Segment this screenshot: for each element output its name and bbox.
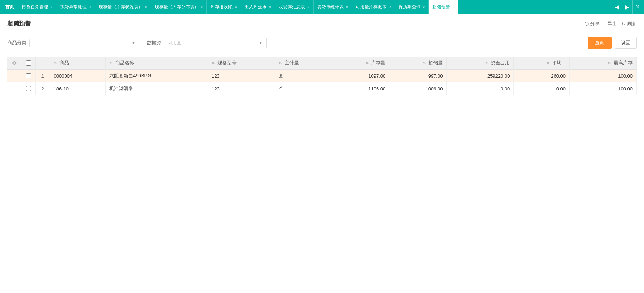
page-header: 超储预警 ⬡ 分享 ↑ 导出 ↻ 刷新 <box>7 20 637 27</box>
row-spec: 123 <box>208 70 275 82</box>
nav-tab-home[interactable]: 首页 <box>1 0 18 14</box>
category-select[interactable]: ▼ <box>29 39 139 47</box>
table-col-max[interactable]: ⇅ 最高库存 <box>570 57 637 70</box>
export-label: 导出 <box>608 21 617 27</box>
sort-icon: ⇅ <box>212 61 215 65</box>
close-icon[interactable]: × <box>201 5 203 9</box>
table-col-stock[interactable]: ⇅ 库存量 <box>332 57 389 70</box>
nav-tab-label: 收发存汇总表 <box>279 4 305 10</box>
close-icon[interactable]: × <box>307 5 310 9</box>
close-icon[interactable]: × <box>423 5 425 9</box>
filter-row: 商品分类 ▼ 数据源 可用量 ▼ 查询 设置 <box>7 33 637 52</box>
col-label: 规格型号 <box>217 60 237 66</box>
nav-tab-stock-status[interactable]: 现存量（库存状况表） × <box>95 0 151 14</box>
close-icon[interactable]: × <box>346 5 348 9</box>
sort-icon: ⇅ <box>109 61 112 65</box>
row-seq: 2 <box>35 82 50 95</box>
table-col-code[interactable]: ⇅ 商品... <box>50 57 106 70</box>
nav-next-button[interactable]: ▶ <box>622 0 632 14</box>
nav-tab-abnormal[interactable]: 拣货异常处理 × <box>56 0 95 14</box>
close-icon[interactable]: × <box>145 5 147 9</box>
nav-tab-in-out-flow[interactable]: 出入库流水 × <box>241 0 275 14</box>
row-over: 997.00 <box>389 70 447 82</box>
nav-tab-recv-send[interactable]: 收发存汇总表 × <box>275 0 314 14</box>
row-unit: 个 <box>275 82 332 95</box>
nav-tab-order-stat[interactable]: 要货单统计表 × <box>314 0 352 14</box>
category-filter: 商品分类 ▼ <box>7 39 139 47</box>
sort-icon: ⇅ <box>546 61 549 65</box>
sort-icon: ⇅ <box>485 61 488 65</box>
gear-icon[interactable]: ⚙ <box>12 60 17 66</box>
close-icon[interactable]: × <box>50 5 52 9</box>
chevron-down-icon: ▼ <box>132 41 135 45</box>
col-label: 资金占用 <box>491 60 510 66</box>
nav-tab-label: 库存批次账 <box>211 4 233 10</box>
sort-icon: ⇅ <box>54 61 57 65</box>
row-code: 186-10... <box>50 82 106 95</box>
table-row[interactable]: 1 0000004 六配套新昌490BPG 123 套 1097.00 997.… <box>7 70 637 82</box>
table-col-seq <box>35 57 50 70</box>
close-icon[interactable]: × <box>89 5 91 9</box>
table-col-capital[interactable]: ⇅ 资金占用 <box>447 57 514 70</box>
refresh-button[interactable]: ↻ 刷新 <box>622 21 637 27</box>
table-col-over[interactable]: ⇅ 超储量 <box>389 57 447 70</box>
page-title: 超储预警 <box>7 20 31 27</box>
row-checkbox[interactable] <box>26 73 31 78</box>
col-label: 库存量 <box>371 60 385 66</box>
nav-close-all-button[interactable]: ✕ <box>632 0 643 14</box>
nav-tab-label: 可用量库存账本 <box>356 4 387 10</box>
close-icon[interactable]: × <box>389 5 391 9</box>
nav-tab-over-stock[interactable]: 超储预警 × <box>429 0 458 14</box>
nav-tab-quality[interactable]: 保质期查询 × <box>395 0 429 14</box>
query-button[interactable]: 查询 <box>588 37 612 49</box>
datasource-select[interactable]: 可用量 ▼ <box>164 38 267 48</box>
nav-tab-stock-batch[interactable]: 库存批次账 × <box>207 0 241 14</box>
table-col-unit[interactable]: ⇅ 主计量 <box>275 57 332 70</box>
row-unit: 套 <box>275 70 332 82</box>
nav-tab-stock-dist[interactable]: 现存量（库存分布表） × <box>151 0 207 14</box>
nav-arrows: ◀ ▶ ✕ <box>612 0 643 14</box>
row-stock: 1097.00 <box>332 70 389 82</box>
row-code: 0000004 <box>50 70 106 82</box>
table-col-name[interactable]: ⇅ 商品名称 <box>106 57 208 70</box>
col-label: 平均... <box>552 60 566 66</box>
nav-tab-label: 拣货异常处理 <box>60 4 87 10</box>
select-all-checkbox[interactable] <box>26 60 31 66</box>
sort-icon: ⇅ <box>366 61 369 65</box>
table-row[interactable]: 2 186-10... 机油滤清器 123 个 1106.00 1006.00 … <box>7 82 637 95</box>
refresh-icon: ↻ <box>622 21 626 26</box>
sort-icon: ⇅ <box>279 61 282 65</box>
table-body: 1 0000004 六配套新昌490BPG 123 套 1097.00 997.… <box>7 70 637 95</box>
chevron-down-icon: ▼ <box>259 41 263 45</box>
nav-prev-button[interactable]: ◀ <box>612 0 622 14</box>
sort-icon: ⇅ <box>608 61 611 65</box>
export-button[interactable]: ↑ 导出 <box>604 21 618 27</box>
sort-icon: ⇅ <box>423 61 426 65</box>
table-col-avg[interactable]: ⇅ 平均... <box>514 57 570 70</box>
nav-tab-available[interactable]: 可用量库存账本 × <box>352 0 395 14</box>
nav-tab-task-mgmt[interactable]: 拣货任务管理 × <box>18 0 56 14</box>
row-name: 六配套新昌490BPG <box>106 70 208 82</box>
filter-actions: 查询 设置 <box>588 37 637 49</box>
row-checkbox[interactable] <box>26 86 31 91</box>
refresh-label: 刷新 <box>627 21 637 27</box>
close-icon[interactable]: × <box>452 5 454 9</box>
close-icon[interactable]: × <box>269 5 271 9</box>
nav-tab-label: 现存量（库存分布表） <box>155 4 199 10</box>
datasource-filter: 数据源 可用量 ▼ <box>147 38 267 48</box>
col-label: 商品名称 <box>115 60 134 66</box>
nav-tab-label: 要货单统计表 <box>317 4 344 10</box>
data-table: ⚙ ⇅ 商品... ⇅ 商品名称 ⇅ 规格型号 <box>7 57 637 95</box>
settings-button[interactable]: 设置 <box>615 37 637 49</box>
col-label: 最高库存 <box>614 60 633 66</box>
share-button[interactable]: ⬡ 分享 <box>585 21 600 27</box>
nav-tab-label: 拣货任务管理 <box>22 4 48 10</box>
close-icon[interactable]: × <box>235 5 237 9</box>
nav-tab-label: 出入库流水 <box>245 4 267 10</box>
table-col-spec[interactable]: ⇅ 规格型号 <box>208 57 275 70</box>
row-check <box>22 82 35 95</box>
table-header: ⚙ ⇅ 商品... ⇅ 商品名称 ⇅ 规格型号 <box>7 57 637 70</box>
share-label: 分享 <box>590 21 600 27</box>
nav-tab-label: 超储预警 <box>432 4 450 10</box>
col-label: 主计量 <box>285 60 299 66</box>
